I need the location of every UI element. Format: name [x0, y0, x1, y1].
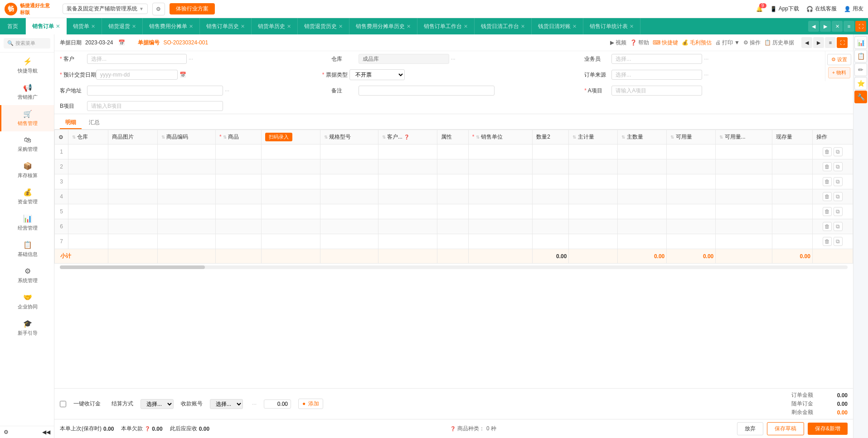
- close-icon[interactable]: ✕: [630, 24, 634, 29]
- row-main-unit-2[interactable]: [569, 159, 618, 174]
- search-menu-field[interactable]: 🔍 搜索菜单: [4, 38, 50, 48]
- warehouse-input[interactable]: [359, 54, 449, 64]
- next-record-icon[interactable]: ▶: [813, 37, 824, 48]
- sidebar-item-basic-info[interactable]: 📋 基础信息: [0, 236, 54, 262]
- sidebar-item-purchase[interactable]: 🛍 采购管理: [0, 131, 54, 157]
- copy-row-7-btn[interactable]: ⧉: [834, 237, 843, 246]
- delivery-date-input[interactable]: [96, 70, 178, 80]
- row-property-4[interactable]: [437, 189, 468, 204]
- staff-input[interactable]: [611, 54, 702, 64]
- nav-prev-icon[interactable]: ◀: [808, 21, 819, 32]
- row-product-5[interactable]: [216, 204, 262, 219]
- copy-row-3-btn[interactable]: ⧉: [834, 177, 843, 186]
- tab-daily-workbench[interactable]: 钱货日清工作台 ✕: [475, 18, 532, 34]
- row-main-unit-5[interactable]: [569, 204, 618, 219]
- row-warehouse-3[interactable]: [68, 174, 108, 189]
- panel-star-icon[interactable]: ⭐: [854, 77, 867, 90]
- panel-edit-icon[interactable]: ✏: [854, 63, 867, 76]
- sidebar-collapse-icon[interactable]: ◀◀: [42, 429, 50, 435]
- row-unit-1[interactable]: [468, 144, 533, 159]
- row-qty2-2[interactable]: [533, 159, 569, 174]
- expand-view-icon[interactable]: ⛶: [837, 37, 848, 48]
- row-customer-code-2[interactable]: [378, 159, 437, 174]
- row-property-3[interactable]: [437, 174, 468, 189]
- row-customer-code-5[interactable]: [378, 204, 437, 219]
- user-avatar[interactable]: 👤 用友: [844, 5, 863, 13]
- row-customer-code-6[interactable]: [378, 219, 437, 234]
- copy-row-6-btn[interactable]: ⧉: [834, 222, 843, 231]
- row-spec-5[interactable]: [320, 204, 378, 219]
- sidebar-search[interactable]: 🔍 搜索菜单: [0, 34, 54, 53]
- row-main-unit-7[interactable]: [569, 234, 618, 249]
- delete-row-1-btn[interactable]: 🗑: [823, 147, 832, 156]
- row-unit-3[interactable]: [468, 174, 533, 189]
- row-property-7[interactable]: [437, 234, 468, 249]
- row-qty2-4[interactable]: [533, 189, 569, 204]
- sidebar-item-operations[interactable]: 📊 经营管理: [0, 210, 54, 236]
- tab-sales-order[interactable]: 销售订单 ✕: [26, 18, 67, 34]
- row-qty2-7[interactable]: [533, 234, 569, 249]
- row-main-qty-6[interactable]: [618, 219, 667, 234]
- add-material-button[interactable]: + 物料: [828, 67, 850, 78]
- close-icon[interactable]: ✕: [287, 24, 291, 29]
- close-icon[interactable]: ✕: [241, 24, 245, 29]
- row-unit-4[interactable]: [468, 189, 533, 204]
- remarks-input[interactable]: [359, 86, 495, 96]
- staff-more-icon[interactable]: ···: [704, 56, 708, 62]
- row-spec-2[interactable]: [320, 159, 378, 174]
- row-customer-code-7[interactable]: [378, 234, 437, 249]
- settings-icon[interactable]: ⚙: [152, 3, 165, 15]
- sidebar-item-inventory[interactable]: 📦 库存核算: [0, 157, 54, 183]
- row-main-qty-7[interactable]: [618, 234, 667, 249]
- row-main-unit-1[interactable]: [569, 144, 618, 159]
- payment-amount-input[interactable]: [264, 399, 291, 409]
- copy-row-5-btn[interactable]: ⧉: [834, 207, 843, 216]
- invoice-type-select[interactable]: 不开票 增值税普通发票 增值税专用发票: [349, 69, 405, 80]
- nav-next-icon[interactable]: ▶: [820, 21, 831, 32]
- row-spec-1[interactable]: [320, 144, 378, 159]
- payment-method-select[interactable]: 选择...: [141, 399, 174, 409]
- save-draft-button[interactable]: 保存草稿: [767, 422, 804, 435]
- add-payment-button[interactable]: ● 添加: [298, 399, 323, 409]
- row-code-6[interactable]: [157, 219, 215, 234]
- close-icon[interactable]: ✕: [407, 24, 411, 29]
- app-download-link[interactable]: 📱 App下载: [770, 5, 799, 13]
- delete-row-7-btn[interactable]: 🗑: [823, 237, 832, 246]
- toolbar-shortcut-btn[interactable]: ⌨ 快捷键: [653, 39, 678, 47]
- row-main-qty-1[interactable]: [618, 144, 667, 159]
- settings-button[interactable]: ⚙ 设置: [827, 54, 851, 65]
- row-spec-7[interactable]: [320, 234, 378, 249]
- bank-account-select[interactable]: 选择...: [210, 399, 243, 409]
- bank-more-icon[interactable]: ···: [252, 401, 257, 407]
- delete-row-6-btn[interactable]: 🗑: [823, 222, 832, 231]
- row-main-qty-3[interactable]: [618, 174, 667, 189]
- prev-record-icon[interactable]: ◀: [801, 37, 812, 48]
- close-icon[interactable]: ✕: [339, 24, 343, 29]
- col-settings[interactable]: ⚙: [55, 130, 68, 144]
- row-unit-5[interactable]: [468, 204, 533, 219]
- toolbar-help-btn[interactable]: ❓ 帮助: [630, 39, 649, 47]
- row-unit-7[interactable]: [468, 234, 533, 249]
- row-spec-3[interactable]: [320, 174, 378, 189]
- close-icon[interactable]: ✕: [189, 24, 193, 29]
- order-source-more-icon[interactable]: ···: [704, 72, 708, 78]
- row-product-2[interactable]: [216, 159, 262, 174]
- row-product-4[interactable]: [216, 189, 262, 204]
- close-icon[interactable]: ✕: [521, 24, 525, 29]
- sidebar-settings-icon[interactable]: ⚙: [4, 429, 9, 435]
- tab-daily-reconcile[interactable]: 钱货日清对账 ✕: [532, 18, 583, 34]
- panel-list-icon[interactable]: 📋: [854, 50, 867, 63]
- close-icon[interactable]: ✕: [572, 24, 577, 29]
- save-new-button[interactable]: 保存&新增: [808, 423, 848, 435]
- sidebar-item-sales[interactable]: 🛒 销售管理: [0, 105, 54, 131]
- row-main-unit-4[interactable]: [569, 189, 618, 204]
- row-main-qty-4[interactable]: [618, 189, 667, 204]
- row-code-1[interactable]: [157, 144, 215, 159]
- row-warehouse-4[interactable]: [68, 189, 108, 204]
- sidebar-item-quick-nav[interactable]: ⚡ 快捷导航: [0, 53, 54, 79]
- row-main-qty-2[interactable]: [618, 159, 667, 174]
- row-spec-4[interactable]: [320, 189, 378, 204]
- row-warehouse-1[interactable]: [68, 144, 108, 159]
- tab-invoice-history[interactable]: 销货单历史 ✕: [252, 18, 298, 34]
- tab-expense-history[interactable]: 销售费用分摊单历史 ✕: [349, 18, 417, 34]
